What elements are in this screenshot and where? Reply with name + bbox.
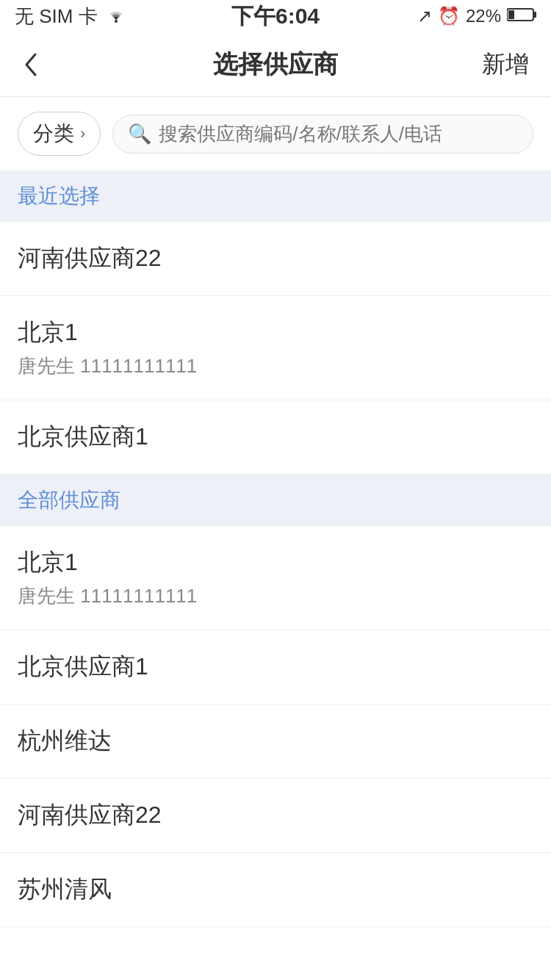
no-sim-label: 无 SIM 卡	[15, 4, 98, 29]
alarm-icon: ⏰	[438, 6, 460, 26]
location-icon: ↗	[417, 6, 432, 26]
list-item[interactable]: 北京1唐先生 11111111111	[0, 526, 551, 630]
svg-rect-2	[533, 12, 536, 18]
page-title: 选择供应商	[213, 48, 338, 82]
item-name: 北京1	[18, 317, 533, 349]
back-button[interactable]	[22, 50, 66, 79]
list-item[interactable]: 北京1唐先生 11111111111	[0, 296, 551, 400]
item-name: 河南供应商22	[18, 242, 533, 275]
list-item[interactable]: 河南供应商22	[0, 222, 551, 296]
sections-container: 最近选择河南供应商22北京1唐先生 11111111111北京供应商1全部供应商…	[0, 170, 551, 927]
status-right: ↗ ⏰ 22%	[417, 6, 536, 26]
item-name: 杭州维达	[18, 725, 533, 757]
svg-rect-3	[508, 10, 514, 19]
status-bar: 无 SIM 卡 下午6:04 ↗ ⏰ 22%	[0, 0, 551, 32]
item-name: 北京供应商1	[18, 421, 533, 453]
item-sub: 唐先生 11111111111	[18, 353, 533, 379]
chevron-right-icon: ›	[80, 124, 85, 143]
item-name: 河南供应商22	[18, 799, 533, 832]
search-box[interactable]: 🔍	[112, 115, 533, 154]
item-sub: 唐先生 11111111111	[18, 583, 533, 609]
list-item[interactable]: 河南供应商22	[0, 779, 551, 853]
add-button[interactable]: 新增	[482, 48, 529, 81]
list-item[interactable]: 北京供应商1	[0, 400, 551, 475]
item-name: 苏州清风	[18, 873, 533, 906]
item-name: 北京1	[18, 547, 533, 579]
battery-icon	[507, 6, 536, 26]
section-header-recent: 最近选择	[0, 170, 551, 222]
wifi-icon	[105, 5, 127, 28]
status-time: 下午6:04	[231, 1, 320, 32]
status-left: 无 SIM 卡	[15, 4, 127, 29]
nav-bar: 选择供应商 新增	[0, 32, 551, 97]
search-input[interactable]	[159, 123, 518, 145]
list-item[interactable]: 苏州清风	[0, 853, 551, 927]
item-name: 北京供应商1	[18, 651, 533, 683]
svg-point-0	[115, 20, 118, 23]
battery-label: 22%	[466, 6, 501, 26]
list-item[interactable]: 杭州维达	[0, 705, 551, 779]
category-label: 分类	[33, 120, 74, 148]
section-header-all: 全部供应商	[0, 475, 551, 526]
filter-bar: 分类 › 🔍	[0, 97, 551, 170]
search-icon: 🔍	[128, 123, 151, 145]
list-item[interactable]: 北京供应商1	[0, 630, 551, 705]
category-button[interactable]: 分类 ›	[18, 112, 101, 156]
